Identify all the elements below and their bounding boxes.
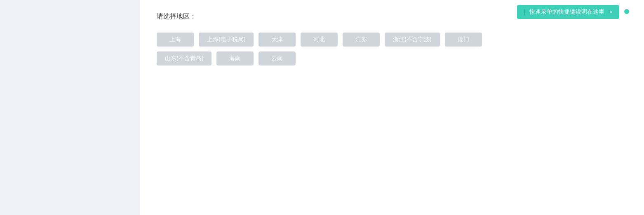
tooltip-banner: 快速录单的快捷键说明在这里 × bbox=[517, 5, 619, 19]
region-buttons-row2: 山东(不含青岛) 海南 云南 bbox=[157, 51, 628, 65]
tooltip-close-button[interactable]: × bbox=[609, 9, 613, 15]
tooltip-text: 快速录单的快捷键说明在这里 bbox=[529, 8, 604, 16]
main-content: 请选择地区： 上海 上海(电子税局) 天津 河北 江苏 浙江(不含宁波) 厦门 … bbox=[140, 0, 644, 215]
region-buttons-container: 上海 上海(电子税局) 天津 河北 江苏 浙江(不含宁波) 厦门 bbox=[157, 33, 628, 47]
region-btn-hebei[interactable]: 河北 bbox=[301, 33, 338, 47]
region-btn-shanghai[interactable]: 上海 bbox=[157, 33, 194, 47]
region-btn-tianjin[interactable]: 天津 bbox=[259, 33, 296, 47]
region-btn-hainan[interactable]: 海南 bbox=[216, 51, 254, 65]
region-btn-shandong[interactable]: 山东(不含青岛) bbox=[157, 51, 212, 65]
tooltip-dot bbox=[624, 9, 629, 14]
region-btn-zhejiang[interactable]: 浙江(不含宁波) bbox=[385, 33, 440, 47]
region-btn-shanghai-etax[interactable]: 上海(电子税局) bbox=[199, 33, 254, 47]
region-btn-xiamen[interactable]: 厦门 bbox=[445, 33, 482, 47]
region-btn-jiangsu[interactable]: 江苏 bbox=[343, 33, 380, 47]
left-sidebar bbox=[0, 0, 140, 215]
region-btn-yunnan[interactable]: 云南 bbox=[259, 51, 296, 65]
